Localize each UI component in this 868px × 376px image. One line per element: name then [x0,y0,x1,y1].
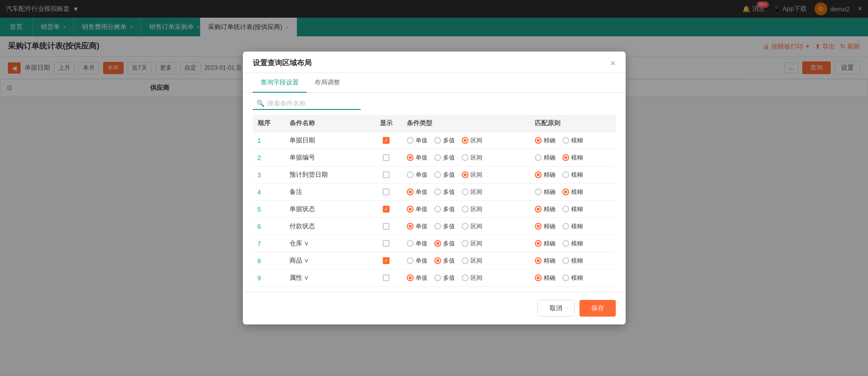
match-radio-模糊[interactable]: 模糊 [562,257,583,265]
radio-circle [407,188,414,195]
display-checkbox[interactable] [383,206,390,213]
type-radio-多值[interactable]: 多值 [434,136,455,145]
match-radio-模糊[interactable]: 模糊 [562,154,583,162]
match-radio-精确[interactable]: 精确 [535,154,555,162]
match-radio-精确[interactable]: 精确 [535,205,555,214]
cell-match: 精确模糊 [530,184,615,201]
match-radio-模糊[interactable]: 模糊 [562,274,583,282]
radio-circle [462,223,469,230]
type-radio-区间[interactable]: 区间 [462,205,482,214]
type-radio-区间[interactable]: 区间 [462,188,482,196]
display-checkbox[interactable] [383,188,390,195]
radio-circle [434,257,441,264]
radio-circle [462,257,469,264]
cell-display[interactable] [370,287,402,292]
match-radio-精确[interactable]: 精确 [535,136,555,145]
radio-circle [462,188,469,195]
cell-match: 精确模糊 [530,166,615,184]
radio-circle [462,274,469,281]
radio-circle [562,206,569,213]
display-checkbox[interactable] [383,154,390,161]
th-type: 条件类型 [402,115,530,132]
type-radio-多值[interactable]: 多值 [434,154,455,162]
type-radio-区间[interactable]: 区间 [462,274,482,282]
modal-search-input[interactable] [267,100,356,107]
match-radio-精确[interactable]: 精确 [535,240,555,248]
radio-label: 精确 [544,171,555,179]
type-radio-单值[interactable]: 单值 [407,240,427,248]
radio-circle [407,154,414,161]
cell-display[interactable] [370,252,402,269]
type-radio-单值[interactable]: 单值 [407,274,427,282]
radio-circle [434,171,441,178]
type-radio-区间[interactable]: 区间 [462,240,482,248]
cell-display[interactable] [370,201,402,218]
cell-type: 单值多值区间 [402,132,530,149]
cell-type: 单值多值区间 [402,235,530,252]
cell-display[interactable] [370,149,402,166]
cell-display[interactable] [370,184,402,201]
type-radio-多值[interactable]: 多值 [434,240,455,248]
radio-circle [535,274,542,281]
type-radio-区间[interactable]: 区间 [462,136,482,145]
match-radio-精确[interactable]: 精确 [535,222,555,231]
match-radio-精确[interactable]: 精确 [535,257,555,265]
display-checkbox[interactable] [383,240,390,247]
cell-type: 单值多值区间 [402,218,530,235]
save-button[interactable]: 保存 [579,300,616,317]
radio-circle [562,171,569,178]
type-radio-区间[interactable]: 区间 [462,257,482,265]
type-radio-多值[interactable]: 多值 [434,171,455,179]
display-checkbox[interactable] [383,223,390,230]
type-radio-多值[interactable]: 多值 [434,188,455,196]
cell-display[interactable] [370,235,402,252]
radio-label: 单值 [416,222,427,231]
type-radio-单值[interactable]: 单值 [407,136,427,145]
match-radio-精确[interactable]: 精确 [535,171,555,179]
modal-footer: 取消 保存 [243,292,626,324]
type-radio-区间[interactable]: 区间 [462,171,482,179]
type-radio-区间[interactable]: 区间 [462,154,482,162]
display-checkbox[interactable] [383,257,390,264]
radio-label: 区间 [471,240,482,248]
type-radio-单值[interactable]: 单值 [407,171,427,179]
display-checkbox[interactable] [383,171,390,178]
cell-display[interactable] [370,218,402,235]
modal-close-button[interactable]: × [610,59,616,68]
order-number: 2 [258,154,261,161]
table-row: 2单据编号单值多值区间精确模糊 [253,149,616,166]
type-radio-单值[interactable]: 单值 [407,205,427,214]
match-radio-模糊[interactable]: 模糊 [562,136,583,145]
cell-display[interactable] [370,132,402,149]
cancel-button[interactable]: 取消 [537,300,575,317]
cell-display[interactable] [370,166,402,184]
display-checkbox[interactable] [383,274,390,281]
type-radio-单值[interactable]: 单值 [407,154,427,162]
display-checkbox[interactable] [383,137,390,144]
radio-label: 区间 [471,205,482,214]
table-row: 5单据状态单值多值区间精确模糊 [253,201,616,218]
type-radio-多值[interactable]: 多值 [434,205,455,214]
type-radio-区间[interactable]: 区间 [462,222,482,231]
settings-modal: 设置查询区域布局 × 查询字段设置 布局调整 🔍 顺序 [243,52,626,324]
match-radio-模糊[interactable]: 模糊 [562,222,583,231]
type-radio-多值[interactable]: 多值 [434,274,455,282]
type-radio-多值[interactable]: 多值 [434,257,455,265]
radio-label: 精确 [544,136,555,145]
match-radio-精确[interactable]: 精确 [535,274,555,282]
match-radio-精确[interactable]: 精确 [535,188,555,196]
type-radio-单值[interactable]: 单值 [407,188,427,196]
match-radio-模糊[interactable]: 模糊 [562,171,583,179]
radio-label: 单值 [416,154,427,162]
modal-tab-layout-adjust[interactable]: 布局调整 [307,73,348,93]
modal-tab-query-fields[interactable]: 查询字段设置 [253,73,307,93]
type-radio-单值[interactable]: 单值 [407,222,427,231]
match-radio-模糊[interactable]: 模糊 [562,188,583,196]
cell-order: 6 [253,218,285,235]
type-radio-多值[interactable]: 多值 [434,222,455,231]
cell-display[interactable] [370,269,402,287]
match-radio-模糊[interactable]: 模糊 [562,205,583,214]
type-radio-单值[interactable]: 单值 [407,257,427,265]
radio-label: 单值 [416,240,427,248]
match-radio-模糊[interactable]: 模糊 [562,240,583,248]
